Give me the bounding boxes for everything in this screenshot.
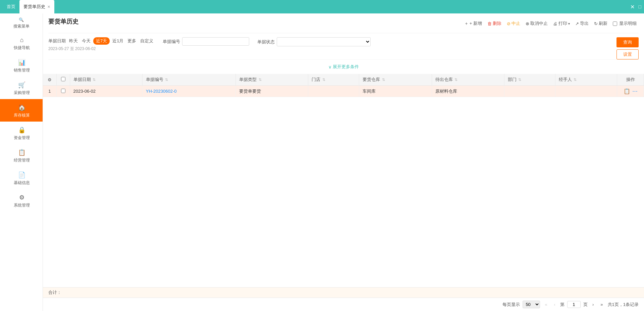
cell-order-no: YH-20230602-0	[142, 86, 235, 97]
col-req-warehouse[interactable]: 要货仓库 ⇅	[359, 74, 432, 86]
col-store[interactable]: 门店 ⇅	[308, 74, 359, 86]
sort-store-icon: ⇅	[322, 78, 325, 82]
more-ops-icon[interactable]: ⋯	[632, 88, 638, 94]
page-input[interactable]	[567, 301, 581, 308]
gear-icon: ⚙	[19, 194, 24, 201]
per-page-label: 每页显示	[502, 302, 520, 308]
sidebar: 🔍 搜索菜单 ⌂ 快捷导航 📊 销售管理 🛒 采购管理 🏠 库存核算 🔒 资金管…	[0, 13, 43, 311]
sidebar-item-finance[interactable]: 🔒 资金管理	[0, 122, 43, 144]
col-date[interactable]: 单据日期 ⇅	[70, 74, 142, 86]
cell-order-type: 要货单要货	[236, 86, 308, 97]
sidebar-item-inventory[interactable]: 🏠 库存核算	[0, 99, 43, 122]
col-order-no-label: 单据编号	[146, 77, 163, 82]
sidebar-item-purchase[interactable]: 🛒 采购管理	[0, 77, 43, 99]
settings-button[interactable]: 设置	[616, 49, 639, 59]
order-no-filter: 单据编号	[163, 37, 249, 46]
top-bar: 首页 要货单历史 ✕ ✕ □	[0, 0, 644, 13]
per-page-select[interactable]: 50 100	[523, 301, 540, 308]
sidebar-item-system[interactable]: ⚙ 系统管理	[0, 189, 43, 212]
col-handler[interactable]: 经手人 ⇅	[555, 74, 617, 86]
chart-icon: 📊	[18, 59, 25, 66]
delete-button[interactable]: 🗑 删除	[485, 19, 503, 28]
first-page-btn[interactable]: «	[543, 301, 549, 308]
row-checkbox[interactable]	[61, 89, 65, 93]
add-icon: ＋	[464, 20, 469, 27]
sidebar-item-sales[interactable]: 📊 销售管理	[0, 54, 43, 77]
sidebar-item-operations[interactable]: 📋 经营管理	[0, 144, 43, 167]
order-no-link[interactable]: YH-20230602-0	[146, 89, 177, 94]
summary-label: 合计：	[48, 290, 61, 296]
page-title: 要货单历史	[48, 17, 78, 30]
last-page-btn[interactable]: »	[598, 301, 605, 308]
expand-filter-label: 展开更多条件	[333, 64, 359, 70]
cell-num: 1	[43, 86, 56, 97]
filter-section: 单据日期 昨天 今天 近7天 近1月 更多 自定义 2023-05-27 至 2…	[43, 33, 644, 74]
expand-filter-btn[interactable]: ∨ 展开更多条件	[328, 64, 359, 70]
tab-order-history[interactable]: 要货单历史 ✕	[19, 0, 54, 13]
window-close-icon[interactable]: ✕	[630, 4, 635, 10]
cell-req-warehouse: 车间库	[359, 86, 432, 97]
shortcut-custom[interactable]: 自定义	[139, 37, 155, 45]
order-no-input[interactable]	[182, 37, 249, 46]
export-button[interactable]: ↗ 导出	[573, 19, 591, 28]
date-shortcuts: 昨天 今天 近7天 近1月 更多 自定义	[68, 37, 155, 45]
print-button[interactable]: 🖨 打印 ▾	[551, 19, 572, 28]
delete-label: 删除	[493, 20, 501, 27]
trash-icon: 🗑	[487, 21, 492, 26]
sidebar-item-quick-nav-label: 快捷导航	[14, 45, 30, 51]
print-label: 打印	[558, 20, 567, 27]
status-filter: 单据状态	[257, 37, 371, 46]
export-icon: ↗	[575, 21, 579, 26]
shortcut-1month[interactable]: 近1月	[111, 37, 125, 45]
select-all-checkbox[interactable]	[61, 77, 65, 81]
col-dept[interactable]: 部门 ⇅	[504, 74, 555, 86]
col-pending-warehouse[interactable]: 待出仓库 ⇅	[432, 74, 504, 86]
sidebar-item-basic-info[interactable]: 📄 基础信息	[0, 167, 43, 189]
sidebar-item-quick-nav[interactable]: ⌂ 快捷导航	[0, 32, 43, 54]
col-checkbox	[56, 74, 70, 86]
display-cell-checkbox[interactable]	[613, 21, 617, 26]
cancel-stop-button[interactable]: ⊗ 取消中止	[524, 19, 550, 28]
tab-close-icon[interactable]: ✕	[47, 5, 50, 9]
export-label: 导出	[580, 20, 589, 27]
refresh-button[interactable]: ↻ 刷新	[592, 19, 609, 28]
new-button[interactable]: ＋ + 新增	[462, 19, 484, 28]
cell-ops: 📋 ⋯	[617, 86, 644, 97]
print-dropdown-icon: ▾	[568, 22, 570, 26]
shortcut-today[interactable]: 今天	[80, 37, 92, 45]
page-label-2: 页	[583, 302, 588, 308]
toolbar-actions: ＋ + 新增 🗑 删除 ⊘ 中止 ⊗ 取消中止	[462, 19, 639, 28]
shortcut-7days[interactable]: 近7天	[93, 37, 110, 45]
sort-order-no-icon: ⇅	[165, 78, 168, 82]
edit-icon[interactable]: 📋	[624, 88, 630, 94]
col-order-no[interactable]: 单据编号 ⇅	[142, 74, 235, 86]
tab-order-history-label: 要货单历史	[23, 4, 45, 10]
query-button[interactable]: 查询	[616, 37, 639, 47]
sort-req-warehouse-icon: ⇅	[382, 78, 385, 82]
display-cell-button[interactable]: 显示明细	[611, 19, 639, 28]
shortcut-yesterday[interactable]: 昨天	[68, 37, 79, 45]
sidebar-search[interactable]: 🔍 搜索菜单	[0, 13, 43, 32]
cart-icon: 🛒	[18, 81, 25, 89]
col-store-label: 门店	[312, 77, 320, 82]
next-page-btn[interactable]: ›	[590, 301, 596, 308]
inventory-icon: 🏠	[18, 104, 25, 111]
refresh-icon: ↻	[594, 21, 598, 26]
total-info: 共1页，1条记录	[608, 302, 639, 308]
cell-dept	[504, 86, 555, 97]
col-settings[interactable]: ⚙	[43, 74, 56, 86]
window-maximize-icon[interactable]: □	[639, 4, 641, 9]
cancel-stop-label: 取消中止	[530, 20, 548, 27]
order-no-label: 单据编号	[163, 39, 180, 45]
status-select[interactable]	[277, 37, 371, 46]
col-order-type[interactable]: 单据类型 ⇅	[236, 74, 308, 86]
home-icon: ⌂	[20, 37, 24, 44]
tab-home[interactable]: 首页	[3, 0, 19, 13]
stop-button[interactable]: ⊘ 中止	[505, 19, 522, 28]
search-icon: 🔍	[19, 17, 24, 22]
chevron-down-icon: ∨	[328, 64, 332, 70]
cell-checkbox	[56, 86, 70, 97]
prev-page-btn[interactable]: ‹	[552, 301, 557, 308]
shortcut-more[interactable]: 更多	[126, 37, 138, 45]
date-range-display: 2023-05-27 至 2023-06-02	[48, 46, 155, 52]
